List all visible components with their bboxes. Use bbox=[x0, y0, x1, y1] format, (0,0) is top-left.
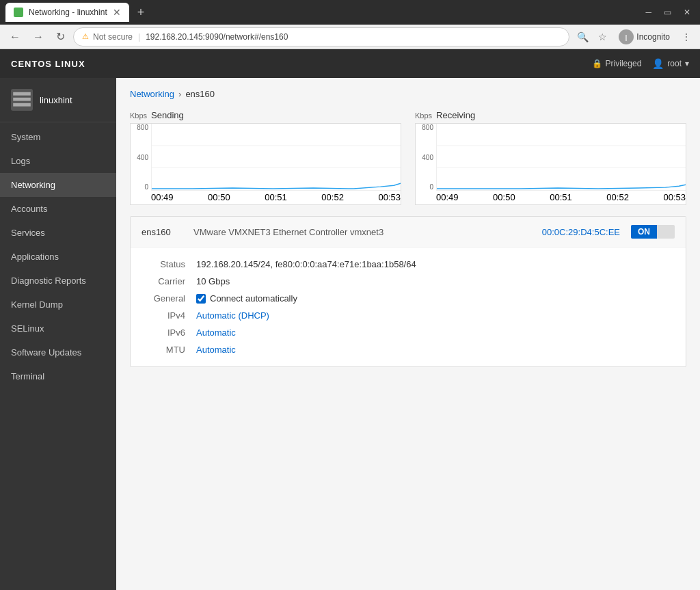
receiving-chart-container: Kbps Receiving 800 400 0 bbox=[415, 110, 686, 205]
close-window-button[interactable]: ✕ bbox=[679, 6, 695, 18]
user-dropdown-icon: ▾ bbox=[685, 59, 689, 68]
forward-button[interactable]: → bbox=[29, 29, 48, 44]
sidebar-profile: linuxhint bbox=[0, 78, 116, 122]
receiving-x-label-5: 00:53 bbox=[663, 192, 686, 203]
toggle-switch: ON bbox=[631, 225, 675, 239]
receiving-chart-y-labels: 800 400 0 bbox=[416, 124, 436, 191]
sending-x-label-2: 00:50 bbox=[208, 192, 230, 203]
more-options-button[interactable]: ⋮ bbox=[678, 29, 695, 44]
sidebar-item-software-updates[interactable]: Software Updates bbox=[0, 340, 116, 364]
receiving-chart-inner bbox=[436, 124, 686, 191]
security-warning-icon: ⚠ bbox=[82, 32, 89, 41]
receiving-chart-title: Receiving bbox=[436, 110, 475, 120]
browser-tab[interactable]: Networking - linuxhint ✕ bbox=[5, 3, 129, 22]
receiving-x-label-2: 00:50 bbox=[493, 192, 515, 203]
back-button[interactable]: ← bbox=[5, 29, 25, 44]
sidebar-item-networking[interactable]: Networking bbox=[0, 173, 116, 197]
status-value: 192.168.20.145/24, fe80:0:0:0:aa74:e71e:… bbox=[196, 259, 416, 269]
svg-text:I: I bbox=[625, 33, 628, 42]
ipv4-label: IPv4 bbox=[142, 310, 196, 321]
interface-header: ens160 VMware VMXNET3 Ethernet Controlle… bbox=[131, 217, 686, 247]
tab-title: Networking - linuxhint bbox=[29, 8, 107, 17]
sidebar-item-services[interactable]: Services bbox=[0, 221, 116, 245]
tab-close-button[interactable]: ✕ bbox=[113, 7, 121, 18]
profile-label: Incognito bbox=[636, 32, 670, 42]
interface-mac-address[interactable]: 00:0C:29:D4:5C:EE bbox=[542, 227, 620, 237]
sending-chart-inner bbox=[151, 124, 401, 191]
breadcrumb: Networking › ens160 bbox=[130, 89, 686, 99]
sending-y-label-800: 800 bbox=[137, 124, 148, 131]
sending-y-label-0: 0 bbox=[144, 183, 148, 191]
sending-chart-title: Sending bbox=[151, 110, 184, 120]
breadcrumb-separator: › bbox=[178, 89, 181, 99]
svg-rect-5 bbox=[13, 103, 31, 107]
refresh-button[interactable]: ↻ bbox=[52, 29, 69, 44]
receiving-y-label-0: 0 bbox=[429, 183, 433, 191]
ipv6-value-link[interactable]: Automatic bbox=[196, 327, 236, 338]
profile-button[interactable]: I Incognito bbox=[615, 28, 674, 46]
receiving-y-label-400: 400 bbox=[422, 154, 433, 161]
interface-card: ens160 VMware VMXNET3 Ethernet Controlle… bbox=[130, 216, 686, 367]
general-label: General bbox=[142, 293, 196, 304]
toggle-off-button[interactable] bbox=[657, 225, 675, 239]
carrier-value: 10 Gbps bbox=[196, 276, 230, 286]
tab-favicon bbox=[14, 8, 23, 17]
sending-y-label-400: 400 bbox=[137, 154, 148, 161]
bookmark-button[interactable]: ☆ bbox=[595, 29, 610, 44]
search-button[interactable]: 🔍 bbox=[574, 29, 592, 44]
status-row: Status 192.168.20.145/24, fe80:0:0:0:aa7… bbox=[142, 256, 675, 273]
sidebar-item-accounts[interactable]: Accounts bbox=[0, 197, 116, 221]
mtu-value-link[interactable]: Automatic bbox=[196, 345, 236, 355]
ipv4-value-link[interactable]: Automatic (DHCP) bbox=[196, 310, 269, 321]
carrier-row: Carrier 10 Gbps bbox=[142, 273, 675, 290]
receiving-y-label-800: 800 bbox=[422, 124, 433, 131]
breadcrumb-parent-link[interactable]: Networking bbox=[130, 89, 174, 99]
receiving-chart-area: 800 400 0 00:49 bbox=[415, 123, 686, 205]
user-icon: 👤 bbox=[652, 58, 664, 69]
mtu-label: MTU bbox=[142, 345, 196, 355]
sidebar-item-diagnostic-reports[interactable]: Diagnostic Reports bbox=[0, 269, 116, 293]
url-separator: | bbox=[138, 32, 140, 42]
svg-point-0 bbox=[14, 8, 22, 16]
charts-row: Kbps Sending 800 400 0 bbox=[130, 110, 686, 205]
sending-chart-area: 800 400 0 00:49 bbox=[130, 123, 401, 205]
interface-name: ens160 bbox=[142, 227, 183, 237]
sidebar: linuxhint System Logs Networking Account… bbox=[0, 78, 116, 590]
sidebar-item-applications[interactable]: Applications bbox=[0, 245, 116, 269]
sending-chart-container: Kbps Sending 800 400 0 bbox=[130, 110, 401, 205]
app-title: CENTOS LINUX bbox=[11, 59, 85, 69]
receiving-x-label-1: 00:49 bbox=[436, 192, 459, 203]
user-badge[interactable]: 👤 root ▾ bbox=[652, 58, 689, 69]
sending-chart-y-labels: 800 400 0 bbox=[131, 124, 151, 191]
sidebar-username: linuxhint bbox=[40, 95, 72, 105]
connect-automatically-checkbox[interactable] bbox=[196, 294, 206, 304]
breadcrumb-current: ens160 bbox=[185, 89, 215, 99]
receiving-x-label-3: 00:51 bbox=[550, 192, 572, 203]
connect-automatically-row: Connect automatically bbox=[196, 293, 297, 304]
sending-x-label-1: 00:49 bbox=[151, 192, 174, 203]
new-tab-button[interactable]: + bbox=[137, 5, 145, 20]
privileged-badge[interactable]: 🔒 Privileged bbox=[592, 59, 642, 68]
minimize-button[interactable]: ─ bbox=[641, 6, 656, 18]
address-bar[interactable]: ⚠ Not secure | 192.168.20.145:9090/netwo… bbox=[73, 27, 569, 46]
interface-description: VMware VMXNET3 Ethernet Controller vmxne… bbox=[193, 227, 531, 237]
sidebar-item-selinux[interactable]: SELinux bbox=[0, 317, 116, 340]
lock-icon: 🔒 bbox=[592, 59, 602, 68]
ipv6-row: IPv6 Automatic bbox=[142, 324, 675, 341]
general-row: General Connect automatically bbox=[142, 290, 675, 307]
sidebar-nav: System Logs Networking Accounts Services… bbox=[0, 122, 116, 590]
sidebar-item-logs[interactable]: Logs bbox=[0, 149, 116, 173]
maximize-button[interactable]: ▭ bbox=[660, 6, 675, 18]
sidebar-item-system[interactable]: System bbox=[0, 125, 116, 149]
main-content: Networking › ens160 Kbps Sending 800 400 bbox=[116, 78, 700, 590]
sidebar-item-terminal[interactable]: Terminal bbox=[0, 364, 116, 388]
toggle-on-button[interactable]: ON bbox=[631, 225, 657, 239]
mtu-row: MTU Automatic bbox=[142, 341, 675, 358]
sidebar-avatar-icon bbox=[11, 89, 33, 111]
sending-x-label-3: 00:51 bbox=[265, 192, 287, 203]
privileged-label: Privileged bbox=[606, 59, 642, 68]
interface-details: Status 192.168.20.145/24, fe80:0:0:0:aa7… bbox=[131, 247, 686, 366]
sidebar-item-kernel-dump[interactable]: Kernel Dump bbox=[0, 293, 116, 317]
sending-chart-x-labels: 00:49 00:50 00:51 00:52 00:53 bbox=[151, 191, 401, 204]
receiving-chart-unit: Kbps bbox=[415, 111, 432, 120]
